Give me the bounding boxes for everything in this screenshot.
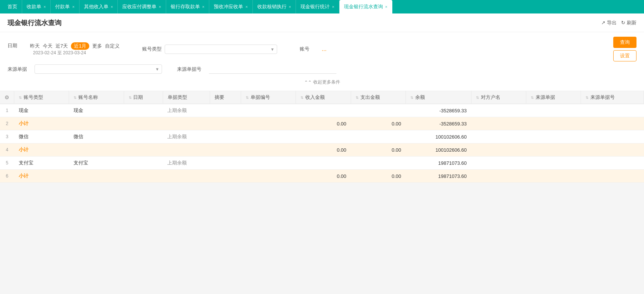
cell-source_doc xyxy=(526,104,581,117)
cell-summary xyxy=(210,104,241,117)
date-filter-group: 日期 昨天今天近7天近1月更多自定义 2023-02-24 至 2023-03-… xyxy=(8,42,120,56)
close-icon[interactable]: × xyxy=(44,4,46,9)
cell-balance: 100102606.60 xyxy=(406,143,471,157)
nav-item-银行存取款单[interactable]: 银行存取款单× xyxy=(166,0,209,13)
cell-income xyxy=(296,130,351,143)
cell-account_name xyxy=(69,117,124,130)
table-row: 3微信微信上期余额100102606.60 xyxy=(0,130,644,143)
source-doc-select[interactable]: ▾ xyxy=(35,64,162,74)
account-type-select[interactable]: ▾ xyxy=(165,45,277,54)
cell-income xyxy=(296,104,351,117)
cell-source_doc_no xyxy=(581,157,644,170)
date-shortcut-近7天[interactable]: 近7天 xyxy=(56,43,68,49)
col-header-balance[interactable]: ⇅ 余额 xyxy=(406,91,471,104)
close-icon[interactable]: × xyxy=(245,4,248,9)
col-header-doc_no[interactable]: ⇅ 单据编号 xyxy=(241,91,296,104)
table-row: 2小计0.000.00-3528659.33 xyxy=(0,117,644,130)
date-shortcut-今天[interactable]: 今天 xyxy=(43,43,53,49)
account-dots[interactable]: ... xyxy=(321,46,326,52)
table-header: ⚙⇅ 账号类型⇅ 账号名称⇅ 日期单据类型摘要⇅ 单据编号⇅ 收入金额⇅ 支出金… xyxy=(0,91,644,104)
cell-expense xyxy=(351,157,405,170)
date-shortcut-自定义[interactable]: 自定义 xyxy=(105,43,120,49)
account-label: 账号 xyxy=(300,46,318,52)
cell-account_type: 小计 xyxy=(14,117,69,130)
query-button[interactable]: 查询 xyxy=(613,37,636,48)
collapse-bar[interactable]: ⌃⌃ 收起更多条件 xyxy=(8,77,636,86)
cell-summary xyxy=(210,157,241,170)
nav-item-现金银行流水查询[interactable]: 现金银行流水查询× xyxy=(339,0,392,13)
nav-item-应收应付调整单[interactable]: 应收应付调整单× xyxy=(118,0,166,13)
col-label-account_name: 账号名称 xyxy=(78,94,98,100)
cell-balance: 19871073.60 xyxy=(406,170,471,183)
sort-arrows-icon: ⇅ xyxy=(476,96,480,100)
col-header-income[interactable]: ⇅ 收入金额 xyxy=(296,91,351,104)
cell-counterpart xyxy=(471,170,526,183)
date-shortcut-更多[interactable]: 更多 xyxy=(92,43,102,49)
col-header-source_doc[interactable]: ⇅ 来源单据 xyxy=(526,91,581,104)
nav-item-收款核销执行[interactable]: 收款核销执行× xyxy=(253,0,296,13)
cell-income xyxy=(296,157,351,170)
cell-source_doc_no xyxy=(581,104,644,117)
nav-item-付款单[interactable]: 付款单× xyxy=(51,0,79,13)
source-doc-label: 来源单据 xyxy=(8,66,27,73)
sort-arrows-icon: ⇅ xyxy=(129,96,133,100)
cell-source_doc xyxy=(526,157,581,170)
close-icon[interactable]: × xyxy=(385,4,387,9)
filter-row-1: 日期 昨天今天近7天近1月更多自定义 2023-02-24 至 2023-03-… xyxy=(8,37,636,61)
source-doc-no-label: 来源单据号 xyxy=(177,66,201,73)
cell-income: 0.00 xyxy=(296,170,351,183)
cell-source_doc xyxy=(526,143,581,157)
cell-counterpart xyxy=(471,104,526,117)
collapse-label: 收起更多条件 xyxy=(313,79,340,85)
cell-source_doc_no xyxy=(581,130,644,143)
col-header-counterpart[interactable]: ⇅ 对方户名 xyxy=(471,91,526,104)
refresh-button[interactable]: ↻ 刷新 xyxy=(621,19,636,26)
table-container: ⚙⇅ 账号类型⇅ 账号名称⇅ 日期单据类型摘要⇅ 单据编号⇅ 收入金额⇅ 支出金… xyxy=(0,91,644,183)
nav-item-首页[interactable]: 首页 xyxy=(3,0,22,13)
cell-doc_no xyxy=(241,117,296,130)
sort-arrows-icon: ⇅ xyxy=(531,96,535,100)
cell-expense: 0.00 xyxy=(351,170,405,183)
row-settings-cell: 2 xyxy=(0,117,14,130)
cell-income: 0.00 xyxy=(296,117,351,130)
nav-item-现金银行统计[interactable]: 现金银行统计× xyxy=(296,0,339,13)
col-header-account_type[interactable]: ⇅ 账号类型 xyxy=(14,91,69,104)
sort-arrows-icon: ⇅ xyxy=(410,96,414,100)
close-icon[interactable]: × xyxy=(159,4,161,9)
close-icon[interactable]: × xyxy=(111,4,113,9)
cell-expense: 0.00 xyxy=(351,143,405,157)
row-settings-cell: 6 xyxy=(0,170,14,183)
close-icon[interactable]: × xyxy=(202,4,204,9)
cell-expense xyxy=(351,130,405,143)
cell-doc_type: 上期余额 xyxy=(163,130,210,143)
cell-counterpart xyxy=(471,130,526,143)
cell-source_doc_no xyxy=(581,143,644,157)
source-doc-no-input[interactable] xyxy=(209,65,336,74)
date-shortcut-昨天[interactable]: 昨天 xyxy=(30,43,40,49)
cell-doc_no xyxy=(241,104,296,117)
page-title: 现金银行流水查询 xyxy=(8,18,62,27)
col-header-account_name[interactable]: ⇅ 账号名称 xyxy=(69,91,124,104)
cell-doc_no xyxy=(241,157,296,170)
nav-item-其他收入单[interactable]: 其他收入单× xyxy=(80,0,118,13)
cell-doc_no xyxy=(241,130,296,143)
nav-item-收款单[interactable]: 收款单× xyxy=(22,0,51,13)
table-row: 5支付宝支付宝上期余额19871073.60 xyxy=(0,157,644,170)
col-label-source_doc: 来源单据 xyxy=(536,94,555,100)
cell-doc_no xyxy=(241,143,296,157)
col-header-source_doc_no[interactable]: ⇅ 来源单据号 xyxy=(581,91,644,104)
table-row: 6小计0.000.0019871073.60 xyxy=(0,170,644,183)
close-icon[interactable]: × xyxy=(332,4,334,9)
cell-date xyxy=(124,143,163,157)
date-shortcut-近1月[interactable]: 近1月 xyxy=(71,42,89,50)
settings-button[interactable]: 设置 xyxy=(613,50,636,61)
export-button[interactable]: ↗ 导出 xyxy=(601,19,617,26)
cell-source_doc xyxy=(526,130,581,143)
col-header-expense[interactable]: ⇅ 支出金额 xyxy=(351,91,405,104)
nav-item-预收冲应收单[interactable]: 预收冲应收单× xyxy=(209,0,252,13)
close-icon[interactable]: × xyxy=(289,4,291,9)
close-icon[interactable]: × xyxy=(72,4,74,9)
gear-icon[interactable]: ⚙ xyxy=(5,94,9,100)
cell-account_name: 现金 xyxy=(69,104,124,117)
col-header-date[interactable]: ⇅ 日期 xyxy=(124,91,163,104)
